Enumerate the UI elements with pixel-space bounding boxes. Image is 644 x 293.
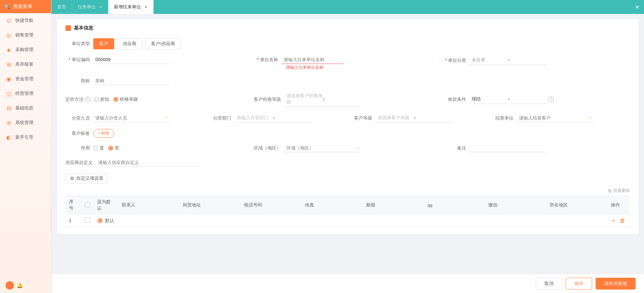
row-region[interactable]	[546, 214, 607, 227]
code-name-category-row: 单位编码 单位名称 请输入往来单位名称 单位分类 未分类 ▾	[65, 56, 630, 71]
form-footer: 取消 保存 保存并新增	[52, 274, 644, 293]
settlement-input[interactable]	[517, 114, 586, 122]
short-name-input[interactable]	[93, 77, 170, 85]
address-input[interactable]	[183, 218, 237, 223]
tab-home[interactable]: 首页	[52, 0, 72, 14]
sidebar-item-inventory[interactable]: ⊞ 库存核算	[0, 57, 51, 72]
window-close-button[interactable]: ✕	[630, 0, 644, 14]
custom-settings-button[interactable]: ⚙ 自定义项设置	[65, 173, 108, 184]
default-radio-btn	[97, 218, 102, 223]
sidebar-search[interactable]: 🔍 搜索菜单	[0, 0, 51, 13]
col-default: 设为默认	[94, 196, 118, 214]
manager-field: 分管人员 ···	[65, 114, 207, 122]
row-address[interactable]	[179, 214, 241, 227]
tab-new-partner-close[interactable]: ✕	[144, 5, 148, 9]
sidebar-item-guide[interactable]: ◐ 新手引导	[0, 130, 51, 145]
save-new-button[interactable]: 保存并新增	[596, 278, 636, 290]
settlement-field: 结算单位 ···	[489, 114, 630, 122]
content-area: 基本信息 单位类型 客户 供应商 客户/供应商 单位编码	[52, 14, 644, 274]
manager-dots-btn[interactable]: ···	[163, 115, 170, 121]
row-add-btn[interactable]: +	[611, 218, 617, 224]
pricing-level-option[interactable]: 价格等级	[113, 96, 138, 103]
row-phone[interactable]	[241, 214, 302, 227]
unit-category-field: 单位分类 未分类 ▾	[442, 56, 630, 65]
row-seq: 1	[65, 214, 81, 227]
email-input[interactable]	[366, 218, 421, 223]
sidebar-item-sales[interactable]: ◎ 销售管理	[0, 28, 51, 42]
row-qq[interactable]	[424, 214, 485, 227]
unit-category-select[interactable]: 未分类 ▾	[470, 56, 546, 65]
save-button[interactable]: 保存	[566, 278, 592, 290]
row-email[interactable]	[363, 214, 424, 227]
customer-level-chevron-icon: ▾	[414, 116, 450, 120]
customer-level-field: 客户等级 请选择客户等级 ▾	[348, 113, 489, 123]
sidebar-item-finance[interactable]: ◉ 资金管理	[0, 72, 51, 86]
fax-input[interactable]	[305, 218, 359, 223]
remark-input[interactable]	[470, 144, 546, 152]
row-fax[interactable]	[301, 214, 363, 227]
manager-input[interactable]	[93, 114, 163, 122]
dept-select[interactable]: 请输入分管部门 ▾	[235, 113, 311, 123]
row-default-radio[interactable]: 默认	[97, 218, 115, 224]
wechat-input[interactable]	[488, 218, 543, 223]
tab-partners-close[interactable]: ✕	[99, 5, 102, 9]
user-avatar	[6, 281, 14, 290]
supplier-custom-input[interactable]	[96, 158, 201, 167]
payment-terms-info-icon[interactable]: ?	[548, 97, 554, 102]
header-checkbox[interactable]	[85, 202, 90, 207]
tags-row: 客户标签 + 标签	[65, 129, 630, 138]
tab-partners[interactable]: 往来单位 ✕	[72, 0, 108, 14]
disable-yes-option[interactable]: 是	[93, 145, 104, 151]
payment-terms-select[interactable]: 现结 ▾	[470, 95, 546, 104]
batch-delete-area: 🗑 批量删除	[65, 188, 630, 194]
sidebar-item-system[interactable]: ⊛ 系统管理	[0, 115, 51, 130]
region-dots-btn[interactable]: ···	[353, 145, 361, 151]
table-row: 1 默认	[65, 214, 630, 227]
payment-terms-chevron-icon: ▾	[508, 97, 544, 101]
short-name-row: 简称	[65, 77, 630, 85]
disable-no-option[interactable]: 否	[108, 145, 119, 151]
settlement-dots-btn[interactable]: ···	[586, 115, 593, 121]
phone-input[interactable]	[244, 218, 298, 223]
row-delete-btn[interactable]: 🗑	[618, 218, 627, 224]
cancel-button[interactable]: 取消	[536, 278, 562, 290]
contact-input[interactable]	[122, 218, 176, 223]
unit-name-input[interactable]	[282, 56, 344, 64]
unit-type-customer-btn[interactable]: 客户	[93, 38, 114, 49]
pricing-discount-radio	[94, 97, 99, 102]
sidebar-item-basic-info[interactable]: ⊟ 基础信息	[0, 101, 51, 115]
disable-label: 停用	[65, 145, 93, 151]
custom-settings-label: 自定义项设置	[76, 175, 103, 181]
pricing-discount-option[interactable]: 折扣	[94, 96, 109, 103]
batch-delete-btn[interactable]: 🗑 批量删除	[608, 188, 630, 194]
customer-price-placeholder: 请选择客户价格等级	[286, 93, 323, 105]
col-phone: 电话号码	[241, 196, 302, 214]
customer-price-select[interactable]: 请选择客户价格等级 ▾	[284, 91, 361, 107]
pricing-info-icon[interactable]: ?	[85, 97, 91, 102]
tab-new-partner[interactable]: 新增往来单位 ✕	[108, 0, 154, 14]
tags-field: 客户标签 + 标签	[65, 129, 630, 138]
section-title: 基本信息	[65, 25, 630, 31]
pricing-level-label: 价格等级	[120, 96, 138, 103]
sidebar-item-operations[interactable]: ◫ 经营管理	[0, 86, 51, 101]
row-action: + 🗑	[607, 214, 630, 227]
inventory-icon: ⊞	[6, 61, 12, 67]
row-checkbox[interactable]	[85, 217, 90, 223]
payment-terms-label: 收款条件	[442, 96, 470, 103]
pricing-radio-group: 折扣 价格等级	[94, 96, 138, 103]
add-tag-button[interactable]: + 标签	[93, 129, 114, 138]
unit-code-input[interactable]	[93, 56, 170, 64]
short-name-field: 简称	[65, 77, 630, 85]
region-input[interactable]	[284, 144, 354, 152]
unit-type-supplier-btn[interactable]: 供应商	[117, 38, 142, 49]
sidebar-item-quick-nav[interactable]: ⊙ 快捷导航	[0, 13, 51, 28]
qq-input[interactable]	[427, 218, 482, 223]
row-wechat[interactable]	[485, 214, 546, 227]
sidebar-item-purchase[interactable]: ◈ 采购管理	[0, 42, 51, 57]
customer-level-select[interactable]: 请选择客户等级 ▾	[376, 113, 452, 123]
unit-type-both-btn[interactable]: 客户/供应商	[145, 38, 181, 49]
customer-level-placeholder: 请选择客户等级	[378, 115, 414, 121]
operations-icon: ◫	[6, 90, 12, 97]
row-region-input[interactable]	[550, 218, 604, 223]
row-contact[interactable]	[118, 214, 180, 227]
